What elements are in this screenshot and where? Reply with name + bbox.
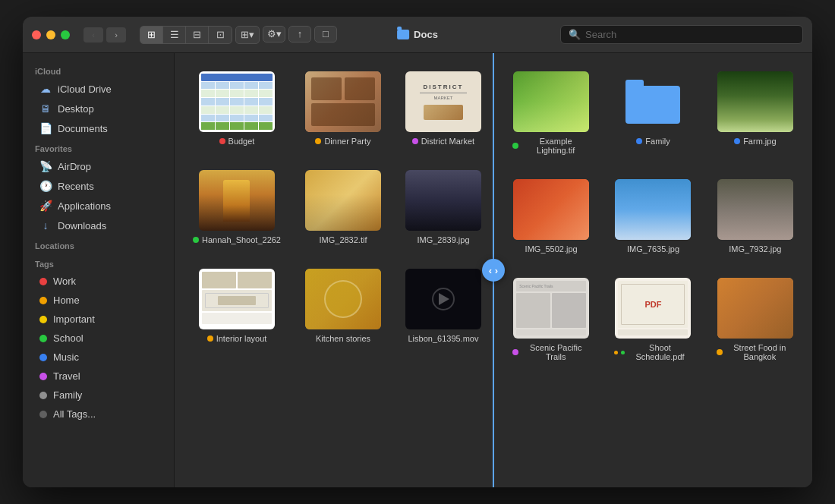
- file-thumbnail: [305, 71, 381, 132]
- tag-dot: [193, 237, 199, 243]
- file-label: Dinner Party: [315, 137, 370, 146]
- sidebar-item-tag-important[interactable]: Important: [27, 310, 169, 329]
- share-button[interactable]: ↑: [288, 26, 311, 43]
- sidebar-item-label: Home: [53, 295, 80, 306]
- list-item[interactable]: Family: [608, 65, 698, 161]
- sidebar-item-icloud-drive[interactable]: ☁ iCloud Drive: [27, 79, 169, 99]
- search-input[interactable]: [585, 29, 795, 40]
- tag-dot: [621, 351, 625, 354]
- sidebar-item-label: Documents: [58, 123, 108, 134]
- divider-handle[interactable]: ‹ ›: [482, 259, 505, 282]
- list-item[interactable]: Example Lighting.tif: [506, 65, 596, 161]
- list-item[interactable]: Dinner Party: [299, 65, 387, 152]
- nav-buttons: ‹ ›: [84, 27, 126, 43]
- downloads-icon: ↓: [39, 219, 52, 232]
- sidebar-item-tag-school[interactable]: School: [27, 329, 169, 348]
- finder-window: ‹ › ⊞ ☰ ⊟ ⊡ ⊞▾ ⚙▾ ↑ □ Docs 🔍: [23, 17, 812, 487]
- group-button[interactable]: ⊞▾: [236, 27, 259, 43]
- sidebar-item-downloads[interactable]: ↓ Downloads: [27, 216, 169, 235]
- music-tag-dot: [39, 354, 47, 361]
- list-item[interactable]: Budget: [187, 65, 287, 152]
- file-label: Street Food in Bangkok: [717, 343, 794, 361]
- group-sort-buttons: ⊞▾: [235, 26, 260, 44]
- file-label: IMG_2832.tif: [319, 235, 367, 244]
- list-item[interactable]: Scenic Pacific Trails Sc: [506, 272, 596, 367]
- files-area: Budget: [175, 53, 812, 487]
- sidebar-item-airdrop[interactable]: 📡 AirDrop: [27, 156, 169, 176]
- file-label: Interior layout: [207, 334, 267, 343]
- list-item[interactable]: PDF Shoot Schedule.pdf: [608, 272, 698, 367]
- list-item[interactable]: DISTRICT MARKET District Market: [399, 65, 487, 152]
- sidebar-item-label: All Tags...: [53, 408, 96, 420]
- list-item[interactable]: Lisbon_61395.mov: [399, 263, 487, 349]
- tag-dot: [219, 138, 225, 144]
- icon-view-button[interactable]: ⊞: [140, 27, 163, 43]
- sidebar-item-label: iCloud Drive: [58, 83, 112, 95]
- list-item[interactable]: IMG_2839.jpg: [399, 164, 487, 250]
- list-item[interactable]: IMG_5502.jpg: [506, 173, 596, 260]
- column-view-button[interactable]: ⊟: [186, 27, 209, 43]
- file-label: Shoot Schedule.pdf: [614, 343, 692, 361]
- back-button[interactable]: ‹: [84, 27, 103, 43]
- file-thumbnail: [513, 179, 589, 240]
- icloud-section-label: iCloud: [23, 61, 174, 79]
- sidebar-item-applications[interactable]: 🚀 Applications: [27, 196, 169, 216]
- sidebar-item-tag-family[interactable]: Family: [27, 386, 169, 405]
- file-label: Example Lighting.tif: [512, 137, 590, 155]
- favorites-section-label: Favorites: [23, 138, 174, 156]
- work-tag-dot: [39, 278, 47, 285]
- sidebar-item-tag-all[interactable]: All Tags...: [27, 405, 169, 424]
- file-thumbnail: [305, 269, 381, 329]
- documents-icon: 📄: [39, 122, 52, 134]
- list-item[interactable]: Farm.jpg: [711, 65, 800, 161]
- file-thumbnail: [405, 170, 481, 231]
- list-item[interactable]: IMG_7932.jpg: [711, 173, 800, 260]
- forward-button[interactable]: ›: [106, 27, 126, 43]
- pane-divider[interactable]: ‹ ›: [493, 53, 494, 487]
- action-button[interactable]: ⚙▾: [263, 26, 285, 43]
- list-item[interactable]: IMG_2832.tif: [299, 164, 387, 250]
- file-thumbnail: Scenic Pacific Trails: [513, 278, 589, 339]
- sidebar-item-label: Travel: [53, 370, 80, 382]
- right-pane: Example Lighting.tif: [494, 53, 812, 487]
- tag-dot: [512, 143, 518, 149]
- fullscreen-button[interactable]: [61, 30, 70, 39]
- list-item[interactable]: Kitchen stories: [299, 263, 387, 349]
- list-item[interactable]: Hannah_Shoot_2262: [187, 164, 287, 250]
- list-view-button[interactable]: ☰: [163, 27, 186, 43]
- all-tags-dot: [39, 411, 47, 418]
- file-label: Farm.jpg: [734, 137, 776, 146]
- tag-button[interactable]: □: [314, 26, 337, 43]
- list-item[interactable]: IMG_7635.jpg: [608, 173, 698, 260]
- school-tag-dot: [39, 335, 47, 342]
- sidebar-item-documents[interactable]: 📄 Documents: [27, 118, 169, 138]
- tag-dot: [614, 351, 618, 354]
- close-button[interactable]: [32, 30, 41, 39]
- airdrop-icon: 📡: [39, 160, 52, 172]
- file-thumbnail: [717, 71, 793, 132]
- sidebar-item-label: Downloads: [58, 220, 106, 232]
- main-content: iCloud ☁ iCloud Drive 🖥 Desktop 📄 Docume…: [23, 53, 812, 487]
- file-thumbnail: [513, 71, 589, 132]
- sidebar-item-tag-travel[interactable]: Travel: [27, 367, 169, 386]
- sidebar-item-tag-home[interactable]: Home: [27, 291, 169, 310]
- sidebar-item-label: Desktop: [58, 103, 94, 115]
- gallery-view-button[interactable]: ⊡: [209, 27, 232, 43]
- file-label: Family: [636, 137, 670, 146]
- search-bar[interactable]: 🔍: [560, 25, 803, 44]
- sidebar-item-recents[interactable]: 🕐 Recents: [27, 176, 169, 196]
- minimize-button[interactable]: [46, 30, 55, 39]
- sidebar-item-label: Work: [53, 276, 76, 287]
- titlebar: ‹ › ⊞ ☰ ⊟ ⊡ ⊞▾ ⚙▾ ↑ □ Docs 🔍: [23, 17, 812, 53]
- title-folder-icon: [397, 30, 409, 39]
- sidebar-item-tag-work[interactable]: Work: [27, 272, 169, 291]
- file-label: IMG_2839.jpg: [417, 235, 469, 244]
- file-thumbnail: [405, 269, 481, 329]
- sidebar-item-desktop[interactable]: 🖥 Desktop: [27, 99, 169, 118]
- applications-icon: 🚀: [39, 200, 52, 212]
- sidebar-item-label: Family: [53, 389, 82, 401]
- list-item[interactable]: Street Food in Bangkok: [711, 272, 800, 367]
- desktop-icon: 🖥: [39, 102, 52, 115]
- sidebar-item-tag-music[interactable]: Music: [27, 348, 169, 367]
- list-item[interactable]: Interior layout: [187, 263, 287, 349]
